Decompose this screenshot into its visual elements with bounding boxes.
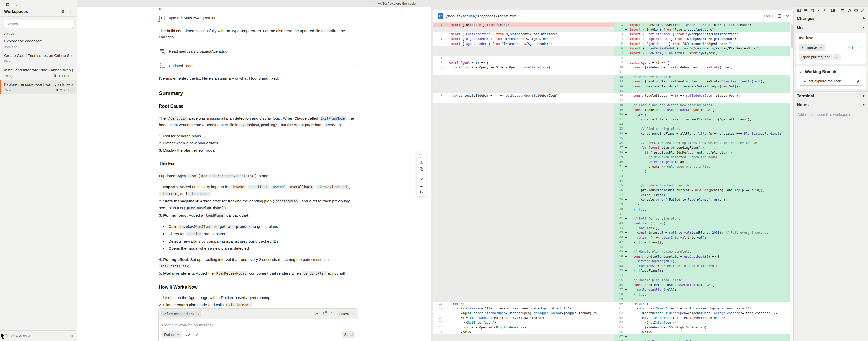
diff-new-line: 3import { ChatInterface } from "@/compon… [614,32,793,37]
open-pull-request-button[interactable]: Open pull request [799,54,832,60]
changes-section-header[interactable]: Changes [794,14,868,23]
help-icon[interactable] [854,8,858,12]
typescript-file-icon: TS [438,13,443,19]
diff-row: 15 <ChatInterface />64 <ChatInterface /> [433,320,793,325]
branch-dropdown[interactable]: master [799,44,825,51]
more-options-button[interactable]: ··· [857,45,863,50]
chevron-down-icon [862,104,865,106]
search-input[interactable] [4,20,73,28]
chat-bubble-icon[interactable] [804,8,808,12]
workspaces-title: Workspaces [4,9,28,14]
annotate-button[interactable] [194,333,199,337]
edit-icon[interactable] [856,80,860,83]
diff-view-icon[interactable] [419,160,424,164]
diff-new-line: 51+ setPendingPlan(null); [614,259,793,264]
panel-right-icon[interactable] [831,8,835,12]
title-bar: vk/3ccf-explore-the-code [0,0,868,7]
git-branch-icon[interactable] [419,190,424,194]
paragraph: I updated Agent.tsx (medusa/src/pages/Ag… [159,173,358,179]
deletions-count: -3 [196,312,199,316]
asterisk-icon[interactable] [315,312,319,316]
diff-new-line: 4import { RightSidebar } from "@/compone… [614,37,793,41]
workspace-item[interactable]: Explore the codebase35m ago [0,37,77,51]
git-section-header[interactable]: Git [794,23,868,32]
workspace-item-title: Create Good First Issues on Github So p [4,53,73,58]
diff-row: 1-import { useState } from "react";1+imp… [433,23,793,27]
workspace-item[interactable]: Install and integrate Vibe Kanban Web (7… [0,65,77,80]
diff-row: 20+ try { [433,112,793,117]
notes-section-header[interactable]: Notes [794,100,868,109]
chevron-down-icon[interactable] [354,64,358,68]
collapse-diff-icon[interactable] [785,14,789,18]
gear-icon[interactable] [861,8,865,12]
megaphone-icon[interactable] [847,8,851,12]
diff-old-line [433,51,614,56]
tool-call[interactable]: Read medusa/src/pages/Agent.tsx [159,48,358,55]
diff-old-line [433,164,614,169]
scrollbar[interactable] [789,23,793,341]
diff-new-line: 31+ break; // Only open one at a time [614,164,793,169]
diff-row: 42+ // Poll for pending plans [433,216,793,221]
monitor-icon[interactable] [824,8,828,12]
diff-row: 59+ [433,297,793,302]
diff-row: 67+ [433,334,793,339]
diff-old-line [433,155,614,160]
diff-row: 12 <div className="flex flex-col h-scree… [433,306,793,311]
diff-row: 36+ previousPlanIdsRef.current = new Set… [433,188,793,193]
composer: 2 files changed +61 -3 Latest Continue w… [158,308,358,341]
ahead-count: 1 [851,45,853,49]
send-button[interactable]: Send [342,331,355,338]
paragraph: The build completed successfully with no… [159,28,358,40]
diff-new-line: 17 [614,98,793,103]
attach-button[interactable] [186,333,190,337]
chevron-down-icon [820,46,823,49]
view-archive-button[interactable]: View Archive 0 [0,330,77,341]
message-input[interactable]: Continue working on this task... [159,319,358,329]
panel-left-icon[interactable] [797,8,801,12]
archive-icon[interactable] [6,2,10,6]
drag-handle[interactable] [419,154,424,155]
notes-input[interactable]: Add notes about this workspace... [794,109,868,120]
layers-icon[interactable] [61,10,65,14]
diff-row: 811 [433,70,793,74]
diff-old-line: 15 <ChatInterface /> [433,320,614,325]
workspace-item[interactable]: Create Good First Issues on Github So p6… [0,51,77,65]
add-workspace-button[interactable] [69,10,73,14]
inline-code: useEffect [248,185,269,189]
git-compare-icon[interactable] [811,8,815,12]
diff-new-line: 30+ setPendingPlan(plan); [614,160,793,164]
diff-mode-icon[interactable] [777,14,782,19]
diff-row: 7+import { PlanItem, PlanStatus } from "… [433,51,793,56]
pull-request-dropdown[interactable] [833,54,841,60]
terminal-icon[interactable] [817,8,822,12]
working-branch-input[interactable]: vk/3ccf-explore-the-code [799,77,863,86]
inline-code: previousPlanIdsRef [185,206,224,210]
inline-code: PlanItem [159,192,178,196]
diff-row: 56+ const handlePlanClose = useCallback(… [433,283,793,287]
git-label: Git [797,25,803,30]
workspace-item[interactable]: Explore the codebase I want you to expl7… [0,80,77,94]
latest-dropdown[interactable]: Latest [337,311,355,317]
tool-call[interactable]: Updated Todos [159,62,358,69]
diff-new-line: 21+ const allPlans = await invoke<PlanIt… [614,117,793,122]
terminal-section-header[interactable]: Terminal [794,91,868,100]
copy-icon[interactable] [419,167,424,171]
diff-new-line: 11 [614,70,793,74]
todos-status-icon[interactable] [322,312,326,316]
menu-icon[interactable] [840,8,845,12]
diff-row: 17 </div>66 </div> [433,330,793,335]
files-changed-chip[interactable]: 2 files changed +61 -3 [161,311,201,317]
expand-icon[interactable] [857,94,861,98]
diff-row: 23+ // Find pending plans [433,126,793,131]
scrollbar-thumb[interactable] [790,24,793,48]
monitor-icon[interactable] [419,183,424,188]
chevron-down-icon [862,27,865,28]
tool-call[interactable]: npm run build 2>&1 | tail -80 [159,15,358,22]
diff-new-line: 7+import { PlanItem, PlanStatus } from "… [614,51,793,56]
diff-row: 2import { ChatInterface } from "@/compon… [433,32,793,37]
play-icon[interactable] [419,177,424,181]
diff-row: 18+ // Load plans and detect new pending… [433,103,793,108]
diff-row: 38+ console.error('Failed to load plans:… [433,197,793,202]
collapse-sidebar-icon[interactable] [15,2,19,6]
model-dropdown[interactable]: Default [162,331,182,338]
